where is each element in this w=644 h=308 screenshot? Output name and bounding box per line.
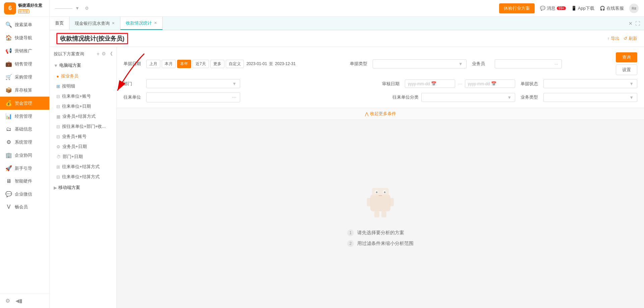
tree-item-partner-settlement1[interactable]: ⊞ 往来单位+结算方式 [50,162,116,172]
tab-bank-flow[interactable]: 现金银行流水查询 ✕ [69,17,120,30]
sidebar-item-purchase[interactable]: 🛒 采购管理 [0,70,49,84]
review-date-start-input[interactable]: yyyy-mm-dd 📅 [405,80,455,88]
date-filter-label: 单据日期 [123,61,144,67]
tree-item-partner-date[interactable]: ⊟ 往来单位+日期 [50,101,116,111]
tab-home[interactable]: 首页 [50,17,69,30]
filter-row-3: 往来单位 ··· 往来单位分类 ▼ 业务类型 [123,92,637,102]
date-btn-custom[interactable]: 自定义 [226,60,244,68]
partner-more-btn[interactable]: ··· [232,94,236,100]
topbar-dropdown-icon[interactable]: ▼ [75,6,79,11]
sidebar-item-marketing[interactable]: 📢 营销推广 [0,44,49,57]
review-date-group: 审核日期 yyyy-mm-dd 📅 — yyyy-mm-dd 📅 [382,80,515,88]
query-btn[interactable]: 查询 [616,52,637,62]
salesperson-group: 业务员 ··· [472,59,562,68]
review-date-end-input[interactable]: yyyy-mm-dd 📅 [465,80,515,88]
tab-bank-flow-close[interactable]: ✕ [112,21,115,25]
date-btn-this-month[interactable]: 本月 [162,60,176,68]
partner-settlement1-icon: ⊞ [56,164,60,169]
query-btns: 查询 设置 [616,52,637,75]
sidebar-item-system[interactable]: ⚙ 系统管理 [0,136,49,149]
salesperson-select[interactable]: ··· [495,59,562,68]
sidebar-item-hardware[interactable]: 🖥 智能硬件 [0,175,49,188]
partner-label: 往来单位 [123,94,144,100]
sidebar-item-member[interactable]: V 畅会员 [0,201,49,213]
tree-group-mobile[interactable]: ▶ 移动端方案 [50,182,116,193]
date-btn-7days[interactable]: 近7天 [193,60,209,68]
online-service-btn[interactable]: 🎧 在线客服 [600,5,624,11]
tab-home-label: 首页 [55,20,64,26]
svg-rect-5 [372,188,389,196]
messages-btn[interactable]: 💬 消息 99+ [540,5,566,11]
operations-icon: 📊 [5,113,12,119]
sidebar-item-inventory[interactable]: 📦 库存核算 [0,84,49,97]
sidebar-item-search[interactable]: 🔍 搜索菜单 [0,18,49,31]
filter-area: 单据日期 上月 本月 本年 近7天 更多 自定义 2023-01-01 至 [117,47,644,108]
voucher-status-select[interactable]: ▼ [543,79,637,88]
tree-item-detail-label: 按明细 [62,83,75,89]
business-type-select[interactable]: ▼ [543,93,637,102]
tab-close-all-icon[interactable]: ✕ [629,21,633,26]
filter-row-1: 单据日期 上月 本月 本年 近7天 更多 自定义 2023-01-01 至 [123,52,637,75]
export-icon: ↑ [607,36,610,41]
tab-maximize-icon[interactable]: ⛶ [635,21,640,26]
dept-select[interactable]: ▼ [146,79,240,88]
sidebar-item-finance[interactable]: 💰 资金管理 [0,97,49,110]
footer-collapse-icon[interactable]: ◀▮ [15,298,22,304]
tree-item-dept-date[interactable]: ⏱ 部门+日期 [50,152,116,162]
voucher-type-label: 单据类型 [350,61,370,67]
tree-item-partner-settlement2[interactable]: ⊟ 往来单位+结算方式 [50,172,116,182]
tree-item-partner-account[interactable]: ⊟ 往来单位+账号 [50,91,116,101]
tree-item-by-salesperson[interactable]: ● 按业务员 [50,71,116,81]
tree-item-salesperson-settlement[interactable]: ▦ 业务员+结算方式 [50,111,116,121]
sidebar-item-basic-label: 基础信息 [15,126,32,132]
sidebar-item-sales[interactable]: 💼 销售管理 [0,57,49,70]
sidebar-menu: 🔍 搜索菜单 🏠 快捷导航 📢 营销推广 💼 销售管理 🛒 采购管理 📦 库存核… [0,17,49,293]
sidebar-item-operations-label: 经营管理 [15,113,32,119]
filter-row-2: 部门 ▼ 审核日期 yyyy-mm-dd 📅 — [123,79,637,88]
voucher-type-select[interactable]: ▼ [373,59,467,68]
dept-date-icon: ⏱ [56,154,61,159]
tree-item-partner-settlement1-label: 往来单位+结算方式 [62,164,100,170]
sidebar-item-inventory-label: 库存核算 [15,87,32,93]
trial-btn[interactable]: 体验行业方案 [499,3,535,13]
svg-point-9 [384,191,386,193]
settings-btn[interactable]: 设置 [616,64,637,75]
sidebar-item-basic[interactable]: 🗂 基础信息 [0,123,49,136]
partner-category-select[interactable]: ▼ [421,93,515,102]
panel-collapse-btn[interactable]: 《 [108,51,112,57]
tree-item-partner-dept[interactable]: ⊟ 按往来单位+部门+收... [50,121,116,132]
date-btn-more[interactable]: 更多 [210,60,224,68]
topbar-gear-icon[interactable]: ⚙ [85,6,89,11]
sidebar-item-enterprise[interactable]: 🏢 企业协同 [0,149,49,162]
tree-item-salesperson-account[interactable]: ⊟ 业务员+账号 [50,132,116,142]
footer-settings-icon[interactable]: ⚙ [5,298,10,304]
app-download-btn[interactable]: 📱 App下载 [571,5,594,11]
date-btn-last-month[interactable]: 上月 [146,60,160,68]
partner-select[interactable]: ··· [146,92,240,102]
enterprise-icon: 🏢 [5,152,12,158]
export-label: 导出 [611,36,620,42]
date-range-start: 2023-01-01 [247,61,267,66]
sidebar-item-quicknav[interactable]: 🏠 快捷导航 [0,31,49,44]
scheme-settings-btn[interactable]: ⚙ [102,51,106,57]
empty-step-2: 2 用过滤条件来缩小分析范围 [347,240,414,247]
tree-item-detail[interactable]: ⊞ 按明细 [50,81,116,91]
refresh-btn[interactable]: ↺ 刷新 [624,36,637,42]
sidebar-item-hardware-label: 智能硬件 [15,178,32,184]
partner-settlement2-icon: ⊟ [56,174,60,179]
sidebar-item-operations[interactable]: 📊 经营管理 [0,110,49,123]
tab-receipt-stats[interactable]: 收款情况统计 ✕ [120,17,163,30]
collapse-bar[interactable]: ⋀ 收起更多条件 [117,108,644,120]
add-scheme-btn[interactable]: + [97,51,100,57]
export-btn[interactable]: ↑ 导出 [607,36,620,42]
tree-item-salesperson-date[interactable]: ⚙ 业务员+日期 [50,142,116,152]
sidebar-logo: 6 畅捷通好生意 标准版 [0,0,49,17]
tree-group-desktop[interactable]: ▼ 电脑端方案 [50,60,116,71]
date-btn-this-year[interactable]: 本年 [177,60,191,68]
user-avatar[interactable]: Rit [629,4,639,13]
finance-icon: 💰 [5,100,12,106]
sidebar-item-guide[interactable]: 🚀 新手引导 [0,162,49,175]
tab-receipt-stats-close[interactable]: ✕ [154,21,157,25]
sidebar-item-wechat[interactable]: 💬 企业微信 [0,188,49,201]
tree-expand-icon: ▼ [54,63,58,68]
